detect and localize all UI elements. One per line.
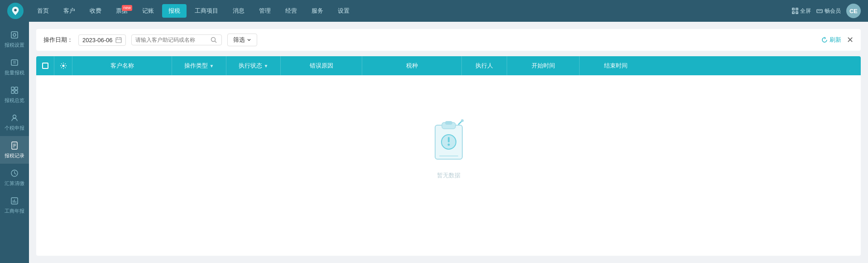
svg-rect-13: [11, 91, 14, 93]
fullscreen-label: 全屏: [800, 7, 811, 15]
sidebar-item-tax-record[interactable]: 报税记录: [0, 136, 29, 164]
tax-record-icon: [10, 141, 19, 151]
vip-label: 畅会员: [825, 7, 841, 15]
svg-rect-4: [796, 12, 798, 14]
th-start-time: 开始时间: [507, 56, 580, 75]
sidebar: 报税设置批量报税报税总览个税申报报税记录汇算清缴工商年报: [0, 22, 29, 263]
sidebar-item-personal-tax[interactable]: 个税申报: [0, 108, 29, 136]
svg-rect-11: [11, 87, 14, 90]
filter-button[interactable]: 筛选: [227, 34, 257, 46]
svg-rect-25: [116, 38, 121, 43]
search-icon: [211, 37, 217, 43]
th-end-time: 结束时间: [580, 56, 652, 75]
nav-item-manage[interactable]: 管理: [253, 4, 277, 18]
nav-item-business[interactable]: 工商项目: [188, 4, 225, 18]
th-op-type: 操作类型 ▼: [172, 56, 226, 75]
svg-rect-14: [15, 91, 18, 93]
th-error-reason: 错误原因: [281, 56, 362, 75]
svg-point-39: [461, 119, 464, 122]
svg-rect-34: [445, 121, 452, 125]
sidebar-label-tax-overview: 报税总览: [5, 97, 24, 104]
empty-illustration: [426, 116, 471, 166]
th-exec-status: 执行状态 ▼: [226, 56, 281, 75]
svg-rect-12: [15, 87, 18, 90]
content-area: 操作日期： 2023-06-06 筛选: [29, 22, 868, 263]
svg-point-29: [211, 38, 215, 42]
nav-item-message[interactable]: 消息: [226, 4, 251, 18]
empty-text: 暂无数据: [437, 171, 460, 180]
refresh-button[interactable]: 刷新: [821, 36, 841, 44]
settings-icon: [60, 62, 67, 69]
nav-menu: 首页客户收费票据new记账报税工商项目消息管理经营服务设置: [31, 4, 792, 18]
sidebar-label-annual-report: 工商年报: [5, 208, 24, 214]
app-logo[interactable]: [7, 3, 24, 19]
nav-item-fee[interactable]: 收费: [83, 4, 108, 18]
personal-tax-icon: [10, 113, 19, 123]
sort-icon: ▼: [210, 63, 214, 68]
data-table: 客户名称 操作类型 ▼ 执行状态 ▼ 错误原因 税种 执行人 开始时间 结束时间: [36, 56, 861, 256]
th-executor: 执行人: [462, 56, 507, 75]
nav-item-home[interactable]: 首页: [31, 4, 55, 18]
th-tax-type: 税种: [362, 56, 462, 75]
nav-item-invoice[interactable]: 票据new: [110, 4, 134, 18]
search-box[interactable]: [131, 34, 222, 45]
sidebar-label-personal-tax: 个税申报: [5, 125, 24, 132]
refresh-icon: [821, 37, 828, 43]
vip-button[interactable]: 畅会员: [816, 7, 841, 15]
sidebar-label-tax-settings: 报税设置: [5, 42, 24, 49]
th-checkbox[interactable]: [36, 56, 54, 75]
avatar[interactable]: CE: [846, 4, 861, 18]
svg-rect-2: [796, 8, 798, 10]
toolbar-right: 刷新 ✕: [821, 35, 854, 45]
sidebar-item-tax-settings[interactable]: 报税设置: [0, 25, 29, 53]
empty-state: 暂无数据: [36, 75, 861, 220]
chevron-down-icon: [247, 38, 251, 42]
nav-badge-invoice: new: [122, 5, 132, 11]
sidebar-item-batch-tax[interactable]: 批量报税: [0, 53, 29, 81]
sidebar-label-batch-tax: 批量报税: [5, 69, 24, 76]
svg-point-0: [14, 9, 17, 11]
main-layout: 报税设置批量报税报税总览个税申报报税记录汇算清缴工商年报 操作日期： 2023-…: [0, 22, 868, 263]
sort-icon-2: ▼: [264, 63, 269, 68]
th-settings: [54, 56, 72, 75]
svg-point-7: [13, 34, 16, 36]
nav-item-settings[interactable]: 设置: [331, 4, 356, 18]
nav-item-client[interactable]: 客户: [57, 4, 82, 18]
svg-line-30: [215, 41, 216, 43]
svg-rect-8: [11, 60, 18, 65]
tax-settings-icon: [10, 30, 19, 40]
nav-item-operation[interactable]: 经营: [279, 4, 303, 18]
sidebar-label-settlement: 汇算清缴: [5, 180, 24, 187]
annual-report-icon: [10, 196, 19, 206]
svg-point-31: [62, 65, 64, 67]
sidebar-item-tax-overview[interactable]: 报税总览: [0, 81, 29, 108]
sidebar-item-annual-report[interactable]: 工商年报: [0, 191, 29, 219]
fullscreen-button[interactable]: 全屏: [792, 7, 811, 15]
tax-overview-icon: [10, 85, 19, 95]
date-picker[interactable]: 2023-06-06: [78, 34, 126, 46]
sidebar-label-tax-record: 报税记录: [5, 152, 24, 159]
toolbar: 操作日期： 2023-06-06 筛选: [36, 29, 861, 51]
settlement-icon: [10, 168, 19, 178]
th-name: 客户名称: [72, 56, 172, 75]
svg-point-15: [13, 115, 16, 118]
svg-rect-1: [792, 8, 794, 10]
calendar-icon: [115, 37, 122, 43]
top-nav-right: 全屏 畅会员 CE: [792, 4, 861, 18]
svg-rect-3: [792, 12, 794, 14]
svg-rect-36: [448, 137, 450, 142]
select-all-checkbox[interactable]: [42, 63, 48, 69]
svg-rect-6: [11, 32, 18, 38]
svg-point-37: [447, 144, 450, 146]
refresh-label: 刷新: [830, 36, 841, 44]
nav-item-bookkeeping[interactable]: 记账: [136, 4, 160, 18]
sidebar-item-settlement[interactable]: 汇算清缴: [0, 164, 29, 191]
nav-item-tax[interactable]: 报税: [162, 4, 187, 18]
batch-tax-icon: [10, 58, 19, 68]
date-label: 操作日期：: [43, 36, 73, 44]
search-input[interactable]: [135, 37, 208, 43]
nav-item-service[interactable]: 服务: [305, 4, 330, 18]
date-value: 2023-06-06: [82, 37, 113, 44]
table-header: 客户名称 操作类型 ▼ 执行状态 ▼ 错误原因 税种 执行人 开始时间 结束时间: [36, 56, 861, 75]
close-button[interactable]: ✕: [847, 35, 854, 45]
